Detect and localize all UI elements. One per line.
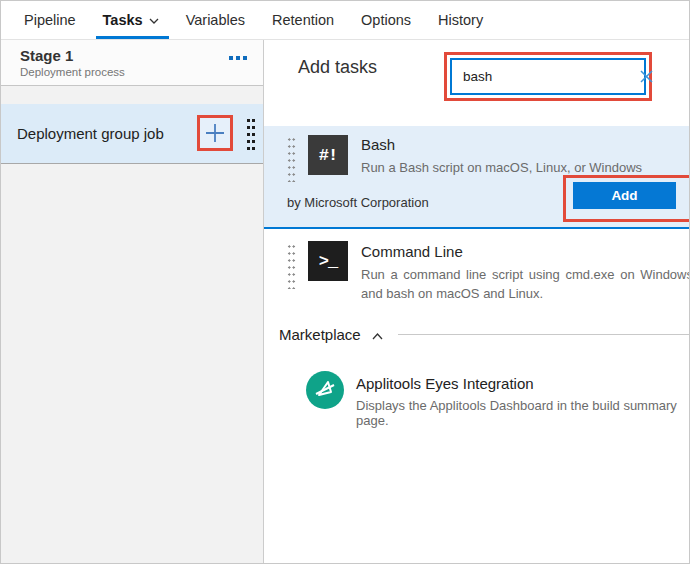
marketplace-section-header[interactable]: Marketplace bbox=[279, 326, 689, 343]
pipeline-editor-window: Pipeline Tasks Variables Retention Optio… bbox=[0, 0, 690, 564]
tab-tasks-label: Tasks bbox=[103, 1, 143, 39]
deployment-group-job-row[interactable]: Deployment group job bbox=[1, 104, 263, 164]
panel-title: Add tasks bbox=[298, 57, 377, 78]
search-annotation-box bbox=[444, 52, 652, 101]
marketplace-divider bbox=[398, 334, 689, 335]
stage-title: Stage 1 bbox=[20, 47, 249, 64]
tab-variables[interactable]: Variables bbox=[177, 1, 263, 39]
marketplace-item-applitools[interactable]: Applitools Eyes Integration Displays the… bbox=[264, 367, 689, 423]
tab-retention-label: Retention bbox=[272, 1, 334, 39]
chevron-down-icon bbox=[149, 18, 159, 24]
task-drag-handle[interactable] bbox=[287, 135, 296, 182]
tab-history[interactable]: History bbox=[429, 1, 501, 39]
add-task-button[interactable]: Add bbox=[573, 182, 676, 209]
task-description: Run a command line script using cmd.exe … bbox=[361, 265, 689, 303]
tab-retention[interactable]: Retention bbox=[263, 1, 352, 39]
task-search-box bbox=[450, 58, 646, 95]
stages-sidebar: Stage 1 Deployment process Deployment gr… bbox=[1, 40, 264, 563]
tab-pipeline-label: Pipeline bbox=[24, 1, 76, 39]
task-name: Command Line bbox=[361, 243, 463, 260]
tab-pipeline[interactable]: Pipeline bbox=[15, 1, 94, 39]
add-tasks-panel: Add tasks #! Bash Run a Bash script on m… bbox=[264, 40, 689, 563]
task-drag-handle[interactable] bbox=[287, 242, 296, 289]
tab-history-label: History bbox=[438, 1, 483, 39]
deployment-group-job-label: Deployment group job bbox=[17, 104, 164, 163]
extension-description: Displays the Applitools Dashboard in the… bbox=[356, 398, 689, 428]
stage-subtitle: Deployment process bbox=[20, 66, 249, 78]
task-byline: by Microsoft Corporation bbox=[287, 195, 429, 210]
task-search-input[interactable] bbox=[452, 69, 640, 84]
bash-task-icon: #! bbox=[308, 135, 348, 175]
task-row-bash[interactable]: #! Bash Run a Bash script on macOS, Linu… bbox=[264, 126, 689, 229]
chevron-up-icon bbox=[372, 333, 383, 340]
command-line-task-icon: >_ bbox=[308, 241, 348, 281]
stage-menu-ellipsis-icon[interactable] bbox=[229, 56, 247, 60]
task-row-command-line[interactable]: >_ Command Line Run a command line scrip… bbox=[264, 236, 689, 336]
clear-search-icon[interactable] bbox=[640, 70, 653, 83]
plus-icon bbox=[204, 122, 226, 144]
tab-options-label: Options bbox=[361, 1, 411, 39]
add-task-plus-button[interactable] bbox=[197, 115, 233, 151]
applitools-logo-icon bbox=[306, 371, 344, 409]
job-drag-handle[interactable] bbox=[246, 117, 256, 152]
tab-options[interactable]: Options bbox=[352, 1, 429, 39]
tab-variables-label: Variables bbox=[186, 1, 245, 39]
marketplace-label: Marketplace bbox=[279, 326, 361, 343]
stage-header: Stage 1 Deployment process bbox=[1, 40, 263, 86]
top-nav: Pipeline Tasks Variables Retention Optio… bbox=[1, 1, 689, 40]
add-button-annotation-box: Add bbox=[563, 175, 689, 222]
task-name: Bash bbox=[361, 136, 395, 153]
tab-tasks[interactable]: Tasks bbox=[94, 1, 177, 39]
extension-name: Applitools Eyes Integration bbox=[356, 375, 534, 392]
